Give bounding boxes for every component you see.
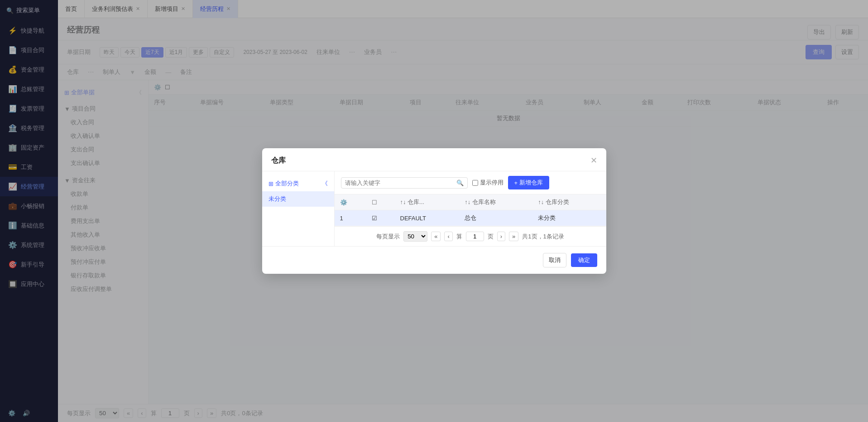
table-row[interactable]: 1 ☑ DEFAULT 总仓 未分类 — [335, 210, 606, 226]
modal-search-input[interactable] — [345, 179, 455, 186]
confirm-button[interactable]: 确定 — [571, 253, 597, 267]
show-disabled-checkbox[interactable]: 显示停用 — [472, 179, 504, 187]
modal-pagination: 每页显示 50 100 « ‹ 算 页 › » 共1页，1条记录 — [335, 226, 606, 246]
show-disabled-check[interactable] — [472, 180, 478, 186]
col-checkbox[interactable]: ☐ — [366, 194, 395, 210]
grid-icon-modal: ⊞ — [269, 180, 273, 187]
plus-icon: + — [514, 179, 518, 186]
modal-title: 仓库 — [271, 156, 286, 165]
col-warehouse-category: ↑↓ 仓库分类 — [532, 194, 606, 210]
modal-body: ⊞ 全部分类 《 未分类 🔍 — [262, 171, 606, 246]
col-warehouse-name: ↑↓ 仓库名称 — [459, 194, 532, 210]
modal-per-page-select[interactable]: 50 100 — [403, 231, 427, 242]
col-warehouse-code: ↑↓ 仓库... — [395, 194, 460, 210]
modal-close-button[interactable]: ✕ — [590, 155, 597, 165]
modal-page-prev[interactable]: ‹ — [444, 232, 452, 241]
modal-footer: 取消 确定 — [262, 246, 606, 274]
row-index: 1 — [335, 210, 366, 226]
modal-collapse-icon[interactable]: 《 — [322, 179, 328, 188]
modal-per-page-label: 每页显示 — [376, 233, 400, 241]
modal-uncategorized-label: 未分类 — [269, 195, 286, 202]
add-warehouse-button[interactable]: + 新增仓库 — [508, 176, 550, 189]
show-disabled-label: 显示停用 — [480, 179, 504, 187]
row-name: 总仓 — [459, 210, 532, 226]
modal-page-last[interactable]: » — [509, 232, 518, 241]
modal-table: ⚙️ ☐ ↑↓ 仓库... ↑↓ 仓库名称 ↑↓ 仓库分类 — [335, 194, 606, 226]
modal-left-header: ⊞ 全部分类 《 — [262, 176, 334, 191]
modal-page-next[interactable]: › — [497, 232, 505, 241]
modal-left-panel: ⊞ 全部分类 《 未分类 — [262, 171, 335, 246]
modal-all-label[interactable]: 全部分类 — [275, 179, 299, 188]
row-category: 未分类 — [532, 210, 606, 226]
cancel-button[interactable]: 取消 — [543, 253, 566, 267]
modal-uncategorized-item[interactable]: 未分类 — [262, 191, 334, 207]
modal-page-first[interactable]: « — [431, 232, 441, 241]
modal-go-label: 算 — [456, 233, 462, 241]
add-btn-label: 新增仓库 — [519, 179, 543, 187]
modal-header: 仓库 ✕ — [262, 148, 606, 171]
modal-page-label: 页 — [488, 233, 494, 241]
modal-toolbar: 🔍 显示停用 + 新增仓库 — [335, 171, 606, 194]
warehouse-modal: 仓库 ✕ ⊞ 全部分类 《 未分类 — [262, 148, 606, 274]
modal-overlay: 仓库 ✕ ⊞ 全部分类 《 未分类 — [0, 0, 868, 422]
row-code: DEFAULT — [395, 210, 460, 226]
modal-page-input[interactable] — [466, 232, 484, 241]
modal-total-label: 共1页，1条记录 — [522, 233, 564, 241]
col-gear: ⚙️ — [335, 194, 366, 210]
modal-search-box[interactable]: 🔍 — [341, 177, 468, 189]
search-icon-modal: 🔍 — [456, 179, 464, 186]
modal-right-panel: 🔍 显示停用 + 新增仓库 — [335, 171, 606, 246]
row-checkbox[interactable]: ☑ — [366, 210, 395, 226]
